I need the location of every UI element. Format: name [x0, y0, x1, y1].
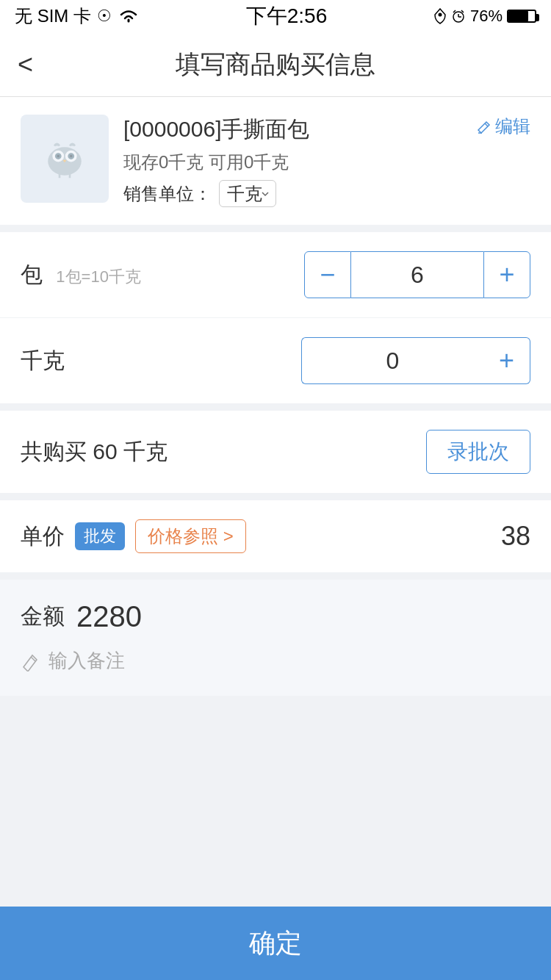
amount-row: 金额 2280	[21, 600, 530, 633]
unit-select[interactable]: 千克	[219, 180, 276, 207]
wifi-symbol	[118, 8, 140, 24]
unit-label: 销售单位：	[123, 182, 212, 206]
price-section: 单价 批发 价格参照 > 38	[0, 500, 551, 580]
battery-percentage: 76%	[470, 7, 503, 26]
price-value: 38	[501, 521, 530, 552]
summary-text: 共购买 60 千克	[21, 437, 168, 467]
remark-row[interactable]: 输入备注	[21, 648, 530, 674]
svg-line-5	[461, 10, 464, 12]
page-title: 填写商品购买信息	[176, 48, 375, 82]
svg-point-12	[70, 155, 73, 158]
product-stock: 现存0千克 可用0千克	[123, 151, 530, 174]
svg-point-0	[438, 13, 442, 17]
bao-plus-button[interactable]: +	[483, 251, 530, 298]
back-button[interactable]: <	[18, 49, 33, 80]
svg-line-4	[453, 10, 455, 12]
status-bar: 无 SIM 卡 ☉︎ 下午2:56 76%	[0, 0, 551, 32]
battery-icon	[507, 10, 536, 23]
bao-hint: 1包=10千克	[56, 267, 141, 286]
qianke-input[interactable]	[301, 337, 483, 384]
qianke-qty-control: +	[301, 337, 530, 384]
svg-line-15	[485, 123, 488, 126]
amount-value: 2280	[76, 600, 142, 633]
summary-row: 共购买 60 千克 录批次	[0, 411, 551, 500]
bao-label: 包 1包=10千克	[21, 260, 304, 290]
remark-placeholder: 输入备注	[48, 648, 125, 674]
qianke-plus-button[interactable]: +	[483, 337, 530, 384]
bao-minus-button[interactable]: −	[304, 251, 351, 298]
bao-qty-control: − +	[304, 251, 530, 298]
edit-icon	[476, 118, 492, 134]
status-right: 76%	[433, 7, 536, 26]
alarm-icon	[451, 8, 466, 24]
product-info: [0000006]手撕面包 编辑 现存0千克 可用0千克 销售单位： 千克	[123, 115, 530, 207]
spacer	[0, 696, 551, 916]
pencil-icon	[21, 651, 41, 671]
product-logo-icon	[39, 133, 90, 184]
qianke-row: 千克 +	[0, 318, 551, 403]
price-type-tag: 批发	[75, 522, 125, 550]
bao-input[interactable]	[351, 251, 483, 298]
carrier-text: 无 SIM 卡	[15, 4, 91, 28]
status-left: 无 SIM 卡 ☉︎	[15, 4, 140, 28]
status-time: 下午2:56	[246, 2, 328, 30]
edit-label: 编辑	[495, 115, 530, 138]
product-name: [0000006]手撕面包	[123, 115, 309, 145]
nav-bar: < 填写商品购买信息	[0, 32, 551, 97]
confirm-button[interactable]: 确定	[0, 907, 551, 980]
location-icon	[433, 8, 447, 24]
svg-point-11	[57, 155, 60, 158]
qianke-label: 千克	[21, 346, 301, 376]
edit-button[interactable]: 编辑	[476, 115, 530, 138]
wifi-icon: ☉︎	[97, 7, 112, 26]
price-ref-button[interactable]: 价格参照 >	[135, 519, 246, 553]
product-thumbnail	[21, 115, 109, 203]
product-unit-row: 销售单位： 千克	[123, 180, 530, 207]
product-card: [0000006]手撕面包 编辑 现存0千克 可用0千克 销售单位： 千克	[0, 97, 551, 232]
bao-row: 包 1包=10千克 − +	[0, 232, 551, 318]
input-section: 包 1包=10千克 − + 千克 +	[0, 232, 551, 411]
amount-label: 金额	[21, 602, 65, 632]
amount-section: 金额 2280 输入备注	[0, 580, 551, 696]
batch-button[interactable]: 录批次	[426, 430, 530, 474]
price-label: 单价	[21, 522, 65, 552]
